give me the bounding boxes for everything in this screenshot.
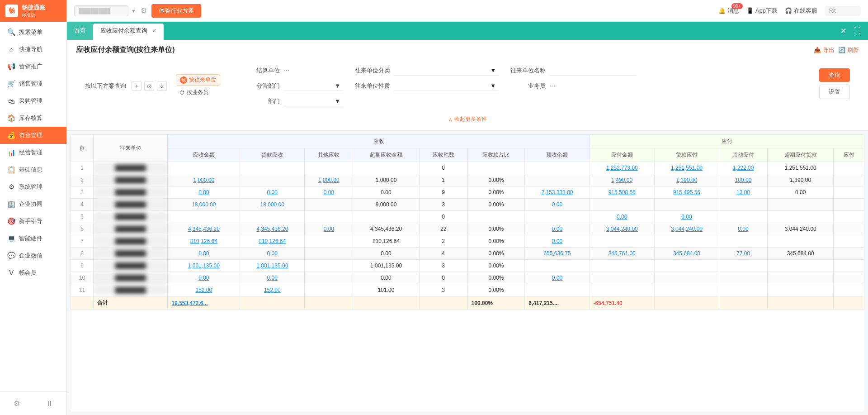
r-amount-cell[interactable]: 152.00 (168, 284, 240, 296)
r-loan-cell[interactable]: 18,000.00 (240, 199, 305, 211)
scheme-by-staff[interactable]: ⏱ 按业务员 (176, 87, 220, 98)
r-other-cell[interactable] (305, 235, 353, 248)
r-prepay-cell[interactable] (525, 211, 590, 223)
p-loan-cell[interactable] (654, 199, 719, 211)
refresh-button[interactable]: 🔄 刷新 (838, 46, 859, 54)
unit-name-input[interactable] (549, 66, 636, 76)
settings-bottom-button[interactable]: ⚙ (0, 396, 33, 411)
p-other-cell[interactable]: 100.00 (719, 174, 768, 186)
p-amount-cell[interactable]: 915,508.56 (590, 186, 654, 199)
p-loan-cell[interactable]: 1,251,551.00 (654, 162, 719, 174)
p-other-cell[interactable] (719, 211, 768, 223)
sidebar-item-operation[interactable]: 📊 经营管理 (0, 144, 66, 161)
sidebar-item-guide[interactable]: 🎯 新手引导 (0, 213, 66, 230)
sidebar-item-sales[interactable]: 🛒 销售管理 (0, 75, 66, 92)
sidebar-item-hardware[interactable]: 💻 智能硬件 (0, 230, 66, 247)
app-download-button[interactable]: 📱 App下载 (746, 7, 778, 15)
r-other-cell[interactable] (305, 199, 353, 211)
query-button[interactable]: 查询 (819, 68, 850, 82)
r-prepay-cell[interactable] (525, 284, 590, 296)
p-loan-cell[interactable]: 0.00 (654, 211, 719, 223)
p-amount-cell[interactable] (590, 272, 654, 284)
salesman-dots[interactable]: ··· (549, 82, 555, 90)
r-loan-cell[interactable] (240, 211, 305, 223)
r-amount-cell[interactable]: 4,345,436.20 (168, 223, 240, 235)
online-service-button[interactable]: 🎧 在线客服 (785, 7, 817, 15)
table-row[interactable]: 2████████1,000.001,000.001,000.0010.00%1… (71, 174, 864, 186)
r-amount-cell[interactable]: 18,000.00 (168, 199, 240, 211)
r-other-cell[interactable] (305, 260, 353, 272)
r-other-cell[interactable]: 0.00 (305, 186, 353, 199)
p-amount-cell[interactable]: 345,761.00 (590, 248, 654, 260)
r-loan-cell[interactable] (240, 174, 305, 186)
collapse-scheme-button[interactable]: « (157, 81, 167, 91)
p-other-cell[interactable] (719, 284, 768, 296)
sidebar-item-capital[interactable]: 💰 资金管理 (0, 127, 66, 144)
tab-query[interactable]: 应收应付余额查询 ✕ (93, 24, 164, 40)
tab-close-icon[interactable]: ✕ (152, 28, 156, 34)
p-other-cell[interactable] (719, 260, 768, 272)
r-other-cell[interactable] (305, 272, 353, 284)
promo-button[interactable]: 体验行业方案 (151, 4, 201, 18)
scheme-by-unit[interactable]: 畅 按往来单位 (176, 74, 220, 86)
p-loan-cell[interactable]: 3,044,240.00 (654, 223, 719, 235)
p-other-cell[interactable]: 1,222.00 (719, 162, 768, 174)
p-loan-cell[interactable]: 1,390.00 (654, 174, 719, 186)
sidebar-item-purchase[interactable]: 🛍 采购管理 (0, 92, 66, 110)
collapse-more-button[interactable]: ∧ 收起更多条件 (448, 115, 487, 123)
r-other-cell[interactable]: 1,000.00 (305, 174, 353, 186)
unit-category-select[interactable]: ▼ (394, 66, 499, 76)
r-loan-cell[interactable]: 0.00 (240, 186, 305, 199)
export-button[interactable]: 📤 导出 (814, 46, 835, 54)
settlement-unit-dots[interactable]: ··· (283, 67, 289, 75)
r-amount-cell[interactable]: 1,001,135.00 (168, 260, 240, 272)
add-scheme-button[interactable]: ＋ (132, 81, 142, 91)
p-amount-cell[interactable]: 1,252,773.00 (590, 162, 654, 174)
sidebar-item-inventory[interactable]: 🏠 库存核算 (0, 110, 66, 127)
p-loan-cell[interactable] (654, 284, 719, 296)
p-amount-cell[interactable]: 0.00 (590, 211, 654, 223)
r-other-cell[interactable] (305, 284, 353, 296)
r-amount-cell[interactable]: 0.00 (168, 272, 240, 284)
r-prepay-cell[interactable]: 0.00 (525, 223, 590, 235)
r-other-cell[interactable] (305, 162, 353, 174)
r-loan-cell[interactable] (240, 162, 305, 174)
table-row[interactable]: 8████████0.000.000.0040.00%655,636.75345… (71, 248, 864, 260)
r-amount-cell[interactable]: 0.00 (168, 186, 240, 199)
r-prepay-cell[interactable]: 0.00 (525, 235, 590, 248)
user-avatar[interactable]: Rit (825, 6, 861, 16)
r-other-cell[interactable] (305, 248, 353, 260)
table-row[interactable]: 1████████01,252,773.001,251,551.001,222.… (71, 162, 864, 174)
sidebar-item-system[interactable]: ⚙ 系统管理 (0, 178, 66, 196)
p-loan-cell[interactable] (654, 235, 719, 248)
r-prepay-cell[interactable]: 655,636.75 (525, 248, 590, 260)
p-amount-cell[interactable] (590, 199, 654, 211)
notification-button[interactable]: 🔔 消息 99+ (718, 7, 739, 15)
r-loan-cell[interactable]: 152.00 (240, 284, 305, 296)
r-loan-cell[interactable]: 1,001,135.00 (240, 260, 305, 272)
table-row[interactable]: 6████████4,345,436.204,345,436.200.004,3… (71, 223, 864, 235)
address-bar[interactable]: ████████ (74, 5, 128, 16)
table-row[interactable]: 11████████152.00152.00101.0030.00% (71, 284, 864, 296)
dept-select[interactable]: ▼ (283, 96, 343, 106)
col-settings[interactable]: ⚙ (71, 135, 94, 162)
p-other-cell[interactable] (719, 235, 768, 248)
table-row[interactable]: 10████████0.000.000.0000.00%0.00 (71, 272, 864, 284)
p-other-cell[interactable]: 0.00 (719, 223, 768, 235)
p-loan-cell[interactable]: 915,495.56 (654, 186, 719, 199)
sidebar-item-enterprise[interactable]: 🏢 企业协同 (0, 196, 66, 213)
table-row[interactable]: 4████████18,000.0018,000.009,000.0030.00… (71, 199, 864, 211)
sidebar-item-basic[interactable]: 📋 基础信息 (0, 161, 66, 178)
p-amount-cell[interactable] (590, 260, 654, 272)
sidebar-item-marketing[interactable]: 📢 营销推广 (0, 58, 66, 75)
r-loan-cell[interactable]: 0.00 (240, 272, 305, 284)
r-prepay-cell[interactable]: 2,153,333.00 (525, 186, 590, 199)
p-amount-cell[interactable]: 1,490.00 (590, 174, 654, 186)
r-prepay-cell[interactable] (525, 260, 590, 272)
settings-scheme-button[interactable]: ⊙ (144, 81, 154, 91)
settings-icon[interactable]: ⚙ (139, 5, 149, 17)
r-amount-cell[interactable] (168, 211, 240, 223)
table-row[interactable]: 3████████0.000.000.000.0090.00%2,153,333… (71, 186, 864, 199)
p-loan-cell[interactable] (654, 272, 719, 284)
r-amount-cell[interactable]: 0.00 (168, 248, 240, 260)
